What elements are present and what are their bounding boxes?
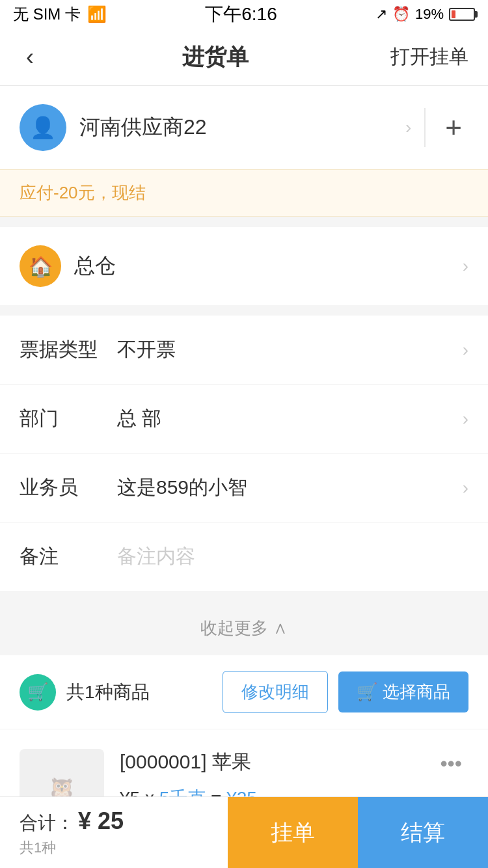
- supplier-row[interactable]: 👤 河南供应商22 › +: [0, 86, 488, 169]
- pend-button[interactable]: 挂单: [228, 797, 358, 869]
- total-text: 合计：: [20, 811, 74, 835]
- notice-text: 应付-20元，现结: [20, 183, 146, 202]
- open-pending-button[interactable]: 打开挂单: [390, 44, 468, 70]
- warehouse-row[interactable]: 🏠 总仓 ›: [0, 227, 488, 305]
- warehouse-name: 总仓: [61, 252, 463, 280]
- carrier-text: 无 SIM 卡: [13, 4, 81, 25]
- product-code: [0000001] 苹果: [120, 751, 251, 772]
- status-bar: 无 SIM 卡 📶 下午6:16 ↗ ⏰ 19%: [0, 0, 488, 29]
- select-cart-icon: 🛒: [357, 682, 377, 702]
- department-chevron-icon: ›: [463, 409, 468, 429]
- invoice-label: 票据类型: [20, 336, 104, 363]
- nav-bar: ‹ 进货单 打开挂单: [0, 29, 488, 86]
- total-amount: ¥ 25: [78, 807, 124, 835]
- warehouse-chevron-icon: ›: [463, 256, 468, 277]
- bottom-bar: 合计： ¥ 25 共1种 挂单 结算: [0, 796, 488, 868]
- department-row[interactable]: 部门 总 部 ›: [0, 384, 488, 453]
- invoice-value: 不开票: [104, 336, 463, 363]
- location-icon: ↗: [375, 6, 387, 23]
- notice-banner: 应付-20元，现结: [0, 169, 488, 217]
- wifi-icon: 📶: [87, 5, 107, 23]
- total-section: 合计： ¥ 25 共1种: [0, 807, 228, 858]
- status-right: ↗ ⏰ 19%: [375, 6, 475, 23]
- home-icon: 🏠: [29, 255, 53, 278]
- collapse-more-button[interactable]: 收起更多 ∧: [0, 601, 488, 655]
- page-title: 进货单: [182, 42, 249, 72]
- warehouse-icon: 🏠: [20, 245, 61, 287]
- products-count: 共1种商品: [56, 680, 223, 705]
- salesperson-row[interactable]: 业务员 这是859的小智 ›: [0, 453, 488, 522]
- remark-row[interactable]: 备注 备注内容: [0, 522, 488, 591]
- supplier-chevron-icon: ›: [405, 117, 411, 138]
- remark-label: 备注: [20, 543, 104, 570]
- modify-detail-button[interactable]: 修改明细: [223, 671, 328, 713]
- cart-icon: 🛒: [27, 682, 48, 702]
- salesperson-label: 业务员: [20, 474, 104, 501]
- products-icon: 🛒: [20, 674, 56, 711]
- total-label: 合计： ¥ 25: [20, 807, 208, 835]
- supplier-divider: [424, 108, 426, 147]
- total-count: 共1种: [20, 838, 208, 858]
- products-header: 🛒 共1种商品 修改明细 🛒 选择商品: [0, 655, 488, 729]
- invoice-chevron-icon: ›: [463, 340, 468, 360]
- supplier-section: 👤 河南供应商22 › + 应付-20元，现结: [0, 86, 488, 217]
- product-name: [0000001] 苹果: [120, 749, 433, 776]
- salesperson-chevron-icon: ›: [463, 478, 468, 498]
- alarm-icon: ⏰: [392, 6, 410, 23]
- salesperson-value: 这是859的小智: [104, 474, 463, 501]
- battery-icon: [449, 8, 475, 21]
- add-supplier-button[interactable]: +: [439, 111, 468, 144]
- battery-percent: 19%: [415, 6, 444, 23]
- supplier-avatar: 👤: [20, 104, 66, 151]
- status-left: 无 SIM 卡 📶: [13, 4, 107, 25]
- content: 👤 河南供应商22 › + 应付-20元，现结 🏠 总仓 › 票据类型 不开票 …: [0, 86, 488, 868]
- warehouse-section: 🏠 总仓 ›: [0, 227, 488, 305]
- supplier-name: 河南供应商22: [66, 113, 405, 142]
- form-section: 票据类型 不开票 › 部门 总 部 › 业务员 这是859的小智 › 备注 备注…: [0, 316, 488, 591]
- select-product-button[interactable]: 🛒 选择商品: [338, 671, 468, 712]
- department-value: 总 部: [104, 405, 463, 432]
- avatar-icon: 👤: [30, 115, 56, 140]
- back-button[interactable]: ‹: [20, 37, 40, 77]
- department-label: 部门: [20, 405, 104, 432]
- select-product-label: 选择商品: [383, 681, 450, 703]
- product-more-button[interactable]: •••: [433, 749, 468, 778]
- invoice-row[interactable]: 票据类型 不开票 ›: [0, 316, 488, 384]
- checkout-button[interactable]: 结算: [358, 797, 488, 869]
- status-time: 下午6:16: [205, 2, 277, 27]
- remark-input[interactable]: 备注内容: [104, 543, 468, 570]
